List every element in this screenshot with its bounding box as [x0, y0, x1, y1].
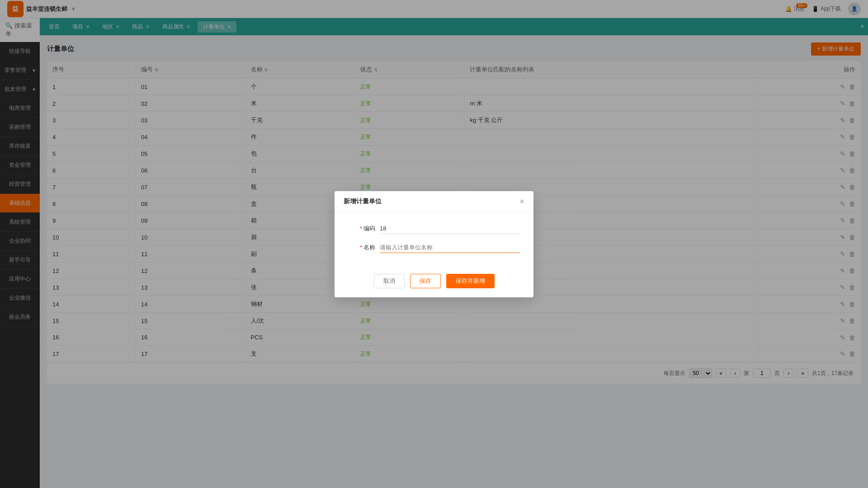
form-label-code: *编码	[348, 225, 375, 233]
modal-footer: 取消 保存 保存并新增	[335, 268, 533, 297]
form-row-code: *编码	[348, 223, 520, 234]
modal-body: *编码 *名称	[335, 212, 533, 268]
name-input[interactable]	[380, 242, 520, 253]
save-button[interactable]: 保存	[410, 274, 441, 288]
form-row-name: *名称	[348, 242, 520, 253]
add-unit-modal: 新增计量单位 × *编码 *名称 取消 保存 保存并新增	[335, 191, 533, 297]
cancel-button[interactable]: 取消	[374, 274, 405, 288]
required-mark-name: *	[360, 244, 362, 251]
modal-header: 新增计量单位 ×	[335, 191, 533, 212]
form-label-name: *名称	[348, 244, 375, 252]
modal-overlay: 新增计量单位 × *编码 *名称 取消 保存 保存并新增	[0, 0, 868, 488]
save-new-button[interactable]: 保存并新增	[446, 274, 495, 288]
code-input[interactable]	[380, 223, 520, 234]
modal-title: 新增计量单位	[344, 197, 382, 206]
modal-close-button[interactable]: ×	[519, 197, 524, 206]
required-mark-code: *	[360, 225, 362, 232]
